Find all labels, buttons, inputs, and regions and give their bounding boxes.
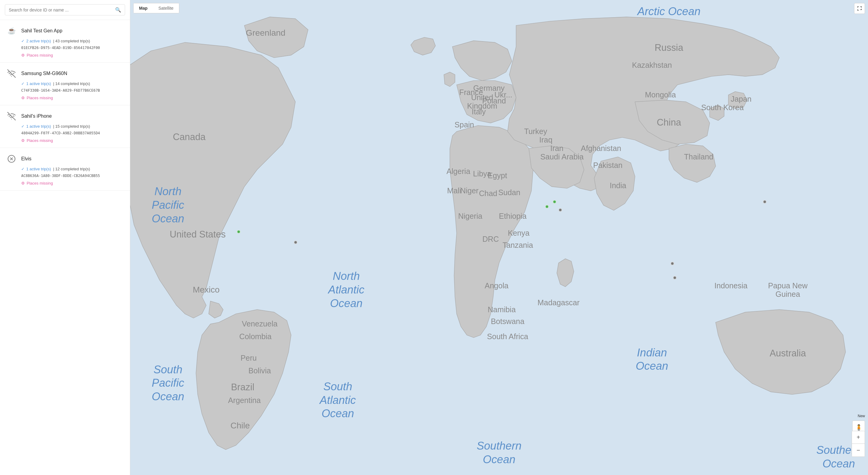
fullscreen-button[interactable] — [854, 3, 865, 14]
device-icon-device-1: ☕ — [6, 25, 17, 36]
gear-icon-device-2: ⚙ — [21, 96, 25, 100]
svg-text:North: North — [154, 185, 181, 198]
svg-text:Canada: Canada — [173, 132, 206, 142]
device-id-device-2: C74F330B-1654-3AD4-A029-F6D77B6CE67B — [21, 88, 124, 93]
svg-text:Japan: Japan — [731, 95, 752, 103]
device-card-device-1: ☕ Sahil Test Gen App ✓ 2 active trip(s) … — [0, 20, 130, 63]
svg-text:Botswana: Botswana — [491, 317, 525, 326]
svg-text:Ocean: Ocean — [330, 297, 363, 309]
device-id-device-1: 01ECFB26-D975-4EAD-819D-856417042F00 — [21, 46, 124, 50]
svg-text:India: India — [610, 181, 627, 190]
svg-text:Mexico: Mexico — [193, 285, 220, 294]
svg-text:Pacific: Pacific — [152, 199, 184, 211]
svg-text:Nigeria: Nigeria — [458, 212, 483, 220]
device-header-device-3: Sahil's iPhone — [6, 111, 124, 122]
active-trips-link-device-4[interactable]: 1 active trip(s) — [26, 167, 51, 171]
active-trips-link-device-3[interactable]: 1 active trip(s) — [26, 124, 51, 129]
svg-text:Ocean: Ocean — [152, 390, 184, 403]
svg-text:Ocean: Ocean — [152, 212, 184, 225]
device-name-device-3: Sahil's iPhone — [21, 113, 52, 119]
svg-text:South Africa: South Africa — [487, 332, 528, 341]
places-missing-label-device-3: Places missing — [27, 138, 53, 143]
svg-text:Mali: Mali — [447, 186, 461, 195]
svg-text:Argentina: Argentina — [228, 396, 261, 405]
svg-text:United States: United States — [169, 229, 226, 240]
svg-text:Chad: Chad — [479, 189, 497, 198]
svg-text:Ocean: Ocean — [322, 407, 354, 420]
world-map: North Pacific Ocean South Pacific Ocean … — [130, 0, 868, 475]
zoom-in-button[interactable]: + — [852, 431, 865, 444]
zoom-out-button[interactable]: − — [852, 444, 865, 456]
svg-text:Indian: Indian — [637, 346, 667, 359]
svg-text:Arctic Ocean: Arctic Ocean — [637, 5, 701, 18]
svg-text:Pacific: Pacific — [152, 377, 184, 389]
svg-text:Southern: Southern — [477, 440, 522, 452]
map-pin-3[interactable] — [553, 200, 556, 204]
device-id-device-4: AC8B636A-1A80-38DF-8DDE-CB26A94CBB55 — [21, 174, 124, 178]
places-missing-device-2[interactable]: ⚙ Places missing — [21, 96, 124, 100]
device-header-device-2: Samsung SM-G960N — [6, 68, 124, 79]
device-icon-device-4 — [6, 154, 17, 164]
svg-text:Atlantic: Atlantic — [328, 283, 365, 296]
svg-text:Iran: Iran — [550, 144, 563, 152]
active-trips-link-device-1[interactable]: 2 active trip(s) — [26, 39, 51, 43]
chevron-icon: ✓ — [21, 124, 25, 129]
search-icon: 🔍 — [115, 7, 121, 13]
search-input[interactable] — [9, 7, 115, 12]
device-icon-device-3 — [6, 111, 17, 122]
svg-text:Saudi Arabia: Saudi Arabia — [540, 152, 584, 161]
svg-text:Thailand: Thailand — [684, 152, 713, 161]
svg-text:Ethiopia: Ethiopia — [499, 212, 527, 220]
active-trips-link-device-2[interactable]: 1 active trip(s) — [26, 81, 51, 86]
svg-text:Turkey: Turkey — [524, 127, 547, 136]
svg-text:Ukr...: Ukr... — [495, 91, 513, 99]
device-name-device-1: Sahil Test Gen App — [21, 28, 62, 34]
device-header-device-1: ☕ Sahil Test Gen App — [6, 25, 124, 36]
svg-text:Mongolia: Mongolia — [645, 91, 676, 99]
places-missing-label-device-4: Places missing — [27, 181, 53, 185]
svg-text:DRC: DRC — [483, 235, 499, 243]
places-missing-device-1[interactable]: ⚙ Places missing — [21, 53, 124, 58]
device-header-device-4: Elvis — [6, 154, 124, 164]
map-tabs: Map Satellite — [133, 3, 179, 13]
svg-text:Bolivia: Bolivia — [248, 366, 271, 375]
svg-text:Sudan: Sudan — [498, 188, 520, 197]
search-container: 🔍 — [0, 0, 130, 20]
places-missing-label-device-1: Places missing — [27, 53, 53, 58]
svg-text:Indonesia: Indonesia — [714, 281, 748, 290]
tab-satellite[interactable]: Satellite — [153, 3, 179, 13]
device-icon-device-2 — [6, 68, 17, 79]
gear-icon-device-4: ⚙ — [21, 181, 25, 185]
svg-text:Egypt: Egypt — [488, 171, 507, 180]
svg-text:Peru: Peru — [241, 354, 256, 362]
gear-icon-device-3: ⚙ — [21, 138, 25, 143]
svg-text:Kazakhstan: Kazakhstan — [632, 61, 672, 69]
svg-text:Chile: Chile — [230, 421, 250, 430]
chevron-icon: ✓ — [21, 81, 25, 86]
svg-text:Italy: Italy — [472, 107, 486, 116]
svg-text:Madagascar: Madagascar — [537, 298, 580, 307]
chevron-icon: ✓ — [21, 39, 25, 43]
device-name-device-2: Samsung SM-G960N — [21, 71, 67, 76]
svg-text:Brazil: Brazil — [231, 382, 254, 393]
svg-text:Tanzania: Tanzania — [502, 241, 533, 249]
device-card-device-4: Elvis ✓ 1 active trip(s) | 12 completed … — [0, 148, 130, 191]
gear-icon-device-1: ⚙ — [21, 53, 25, 58]
device-card-device-3: Sahil's iPhone ✓ 1 active trip(s) | 15 c… — [0, 105, 130, 148]
device-name-device-4: Elvis — [21, 156, 31, 162]
search-box: 🔍 — [5, 4, 125, 15]
places-missing-device-3[interactable]: ⚙ Places missing — [21, 138, 124, 143]
map-pin-1[interactable] — [294, 240, 298, 244]
svg-text:Namibia: Namibia — [488, 305, 516, 314]
places-missing-device-4[interactable]: ⚙ Places missing — [21, 181, 124, 185]
svg-text:North: North — [333, 270, 360, 282]
device-list: ☕ Sahil Test Gen App ✓ 2 active trip(s) … — [0, 20, 130, 191]
svg-text:Venezuela: Venezuela — [242, 319, 278, 328]
svg-text:Australia: Australia — [770, 348, 806, 359]
svg-text:Atlantic: Atlantic — [319, 394, 356, 406]
tab-map[interactable]: Map — [133, 3, 153, 13]
svg-text:Algeria: Algeria — [446, 167, 470, 175]
svg-text:South: South — [323, 380, 352, 393]
device-trips-device-1: ✓ 2 active trip(s) | 43 completed trip(s… — [21, 39, 124, 43]
svg-text:Ocean: Ocean — [483, 453, 515, 466]
